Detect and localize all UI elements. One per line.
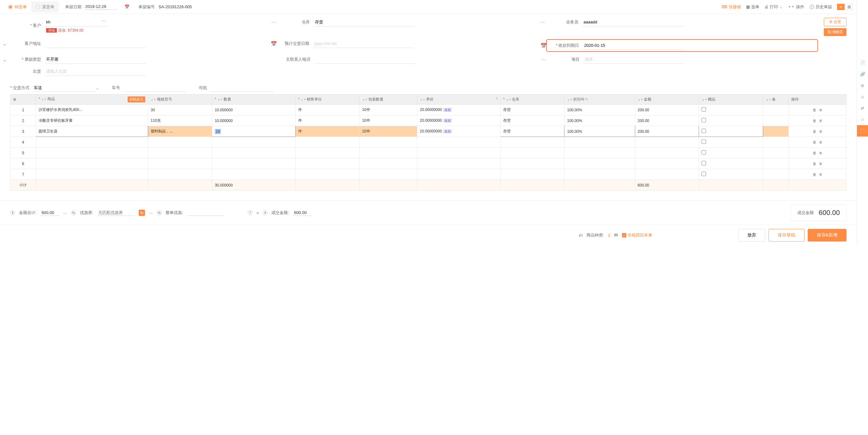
table-row-empty[interactable]: 7 🗑⊕ bbox=[10, 169, 846, 180]
exp-date-input[interactable] bbox=[313, 39, 414, 48]
sidebar-attach-icon[interactable]: 🔗 bbox=[857, 68, 868, 80]
table-row[interactable]: 1沙宣修护水养润发乳400...3010.000000 件10件20.00000… bbox=[10, 105, 846, 115]
toolbar-shortcut[interactable]: ⌨ 快捷键 bbox=[721, 4, 741, 10]
col-qty[interactable]: ▲▼数量 bbox=[212, 94, 295, 105]
toolbar-operate[interactable]: ⚬⚬ 操作 bbox=[788, 4, 804, 10]
driver-input[interactable] bbox=[210, 84, 274, 92]
view-list[interactable]: ≡ bbox=[837, 4, 845, 10]
addr-input[interactable] bbox=[45, 39, 146, 48]
edit-icon[interactable]: ✎ bbox=[585, 97, 588, 102]
table-row[interactable]: 3 圆球卫生器 塑料制品，... 10 件10件 20.00000000批发 存… bbox=[10, 126, 846, 137]
warehouse-input[interactable] bbox=[314, 18, 415, 27]
ship-input[interactable] bbox=[45, 67, 146, 76]
doc-code-label: 单据编号 bbox=[138, 4, 155, 10]
invoice-type-input[interactable] bbox=[45, 55, 146, 64]
chevron-down-icon[interactable]: ⌄ bbox=[2, 41, 7, 47]
more-icon[interactable]: ⋯ bbox=[271, 19, 277, 25]
toolbar-history[interactable]: 🕘 历史单据 bbox=[809, 4, 832, 10]
add-icon[interactable]: ⊕ bbox=[819, 119, 822, 123]
gift-checkbox[interactable] bbox=[702, 118, 706, 122]
help-icon[interactable]: ? bbox=[248, 210, 253, 215]
tag-icon: 🏷 bbox=[579, 233, 583, 238]
tab-return[interactable]: 退货单 bbox=[31, 2, 59, 12]
gear-icon[interactable]: ⚙ bbox=[13, 97, 17, 102]
toolbar-select[interactable]: ▦ 选单 bbox=[746, 4, 760, 10]
warehouse-label: 仓库 bbox=[279, 19, 314, 25]
sidebar-note-icon[interactable]: 📄 bbox=[857, 57, 868, 68]
order-disc-input[interactable] bbox=[187, 210, 225, 216]
customer-input[interactable] bbox=[45, 18, 108, 27]
abandon-button[interactable]: 放弃 bbox=[738, 229, 765, 241]
gift-checkbox[interactable] bbox=[702, 172, 706, 176]
col-warehouse[interactable]: ▲▼仓库 bbox=[500, 94, 564, 105]
price-track-toggle[interactable]: ✓ 价格跟踪本单 bbox=[622, 232, 652, 238]
delete-icon[interactable]: 🗑 bbox=[813, 140, 816, 144]
gift-checkbox[interactable] bbox=[702, 161, 706, 165]
sidebar-currency-icon[interactable]: ⊜ bbox=[857, 80, 868, 91]
doc-date-value[interactable]: 2019-12-26 bbox=[85, 4, 117, 10]
salesman-input[interactable] bbox=[582, 18, 683, 27]
add-icon[interactable]: ⊕ bbox=[819, 172, 822, 177]
delete-icon[interactable]: 🗑 bbox=[813, 129, 816, 134]
delete-icon[interactable]: 🗑 bbox=[813, 119, 816, 123]
table-row-empty[interactable]: 4 🗑⊕ bbox=[10, 137, 846, 148]
gift-checkbox[interactable] bbox=[702, 139, 706, 144]
table-row[interactable]: 2冷酸灵专研抗敏牙膏110克10.000000 件10件20.00000000批… bbox=[10, 115, 846, 126]
calendar-icon[interactable]: 📅 bbox=[540, 43, 548, 49]
col-unit[interactable]: ▲▼销售单位 bbox=[295, 94, 360, 105]
calendar-icon[interactable]: 📅 bbox=[124, 4, 129, 9]
table-row-empty[interactable]: 5 🗑⊕ bbox=[10, 148, 846, 158]
delete-icon[interactable]: 🗑 bbox=[813, 108, 816, 112]
tab-sales[interactable]: 销货单 bbox=[4, 2, 31, 12]
refresh-icon[interactable]: ↻ bbox=[139, 210, 145, 216]
delivery-method-input[interactable] bbox=[33, 84, 96, 92]
col-gear[interactable]: ⚙ bbox=[10, 94, 36, 105]
table-row-empty[interactable]: 6 🗑⊕ bbox=[10, 158, 846, 169]
sidebar-star-icon[interactable]: ☆ bbox=[857, 114, 868, 125]
add-icon[interactable]: ⊕ bbox=[819, 162, 822, 166]
add-icon[interactable]: ⊕ bbox=[819, 140, 822, 144]
sidebar-transfer-icon[interactable]: ⇄ bbox=[857, 103, 868, 114]
sidebar-expand-icon[interactable]: ⛶ bbox=[857, 125, 868, 137]
chevron-down-icon[interactable]: ⌄ bbox=[96, 86, 99, 90]
add-icon[interactable]: ⊕ bbox=[819, 108, 822, 112]
more-icon[interactable]: ⋯ bbox=[541, 57, 547, 63]
gift-checkbox[interactable] bbox=[702, 150, 706, 154]
save-new-button[interactable]: 保存&新增 bbox=[808, 229, 846, 241]
col-product[interactable]: ▲▼商品扫码录入 bbox=[36, 94, 148, 105]
gift-checkbox[interactable] bbox=[702, 129, 706, 133]
help-icon[interactable]: ? bbox=[496, 97, 498, 101]
more-icon[interactable]: ⋯ bbox=[540, 19, 546, 25]
col-amount[interactable]: ▲▼金额 bbox=[635, 94, 699, 105]
delete-icon[interactable]: 🗑 bbox=[813, 162, 816, 166]
delete-icon[interactable]: 🗑 bbox=[813, 172, 816, 177]
col-price[interactable]: ▲▼单价? bbox=[417, 94, 500, 105]
vehicle-input[interactable] bbox=[123, 84, 186, 92]
scan-button[interactable]: 扫码录入 bbox=[128, 96, 145, 103]
col-discount[interactable]: ▲▼折扣%✎ bbox=[564, 94, 635, 105]
add-icon[interactable]: ⊕ bbox=[819, 129, 822, 134]
due-date-input[interactable] bbox=[583, 41, 684, 50]
project-input[interactable] bbox=[583, 55, 684, 64]
cancel-logistics-button[interactable]: 取消物流 bbox=[824, 28, 846, 36]
chevron-down-icon[interactable]: ⌄ bbox=[2, 57, 7, 63]
toolbar: ⌨ 快捷键 ▦ 选单 🖨 打印 ⌄ ⚬⚬ 操作 🕘 历史单据 ≡ ⊞ bbox=[721, 4, 853, 10]
add-icon[interactable]: ⊕ bbox=[819, 151, 822, 155]
calendar-icon[interactable]: 📅 bbox=[271, 41, 278, 47]
settings-button[interactable]: ⚙ 设置 bbox=[824, 18, 846, 26]
delete-icon[interactable]: 🗑 bbox=[813, 151, 816, 155]
table-wrap: ⚙ ▲▼商品扫码录入 ▲▼规格型号 ▲▼数量 ▲▼销售单位 ▲▼包装数量 ▲▼单… bbox=[0, 94, 857, 200]
col-gift[interactable]: ▲▼赠品 bbox=[699, 94, 763, 105]
coupon-input[interactable] bbox=[97, 210, 135, 216]
contact-input[interactable] bbox=[314, 55, 415, 64]
footer-actions: 🏷 商品种类: 3 种 ✓ 价格跟踪本单 放弃 保存草稿 保存&新增 bbox=[0, 225, 857, 245]
col-remark[interactable]: ▲▼备 bbox=[763, 94, 789, 105]
toolbar-print[interactable]: 🖨 打印 ⌄ bbox=[765, 4, 783, 10]
more-icon[interactable]: ⋯ bbox=[101, 18, 107, 24]
sidebar-user-icon[interactable]: ☺ bbox=[857, 91, 868, 103]
view-grid[interactable]: ⊞ bbox=[845, 4, 853, 10]
col-spec[interactable]: ▲▼规格型号 bbox=[148, 94, 212, 105]
save-draft-button[interactable]: 保存草稿 bbox=[769, 229, 805, 241]
col-pack[interactable]: ▲▼包装数量 bbox=[360, 94, 417, 105]
gift-checkbox[interactable] bbox=[702, 107, 706, 112]
